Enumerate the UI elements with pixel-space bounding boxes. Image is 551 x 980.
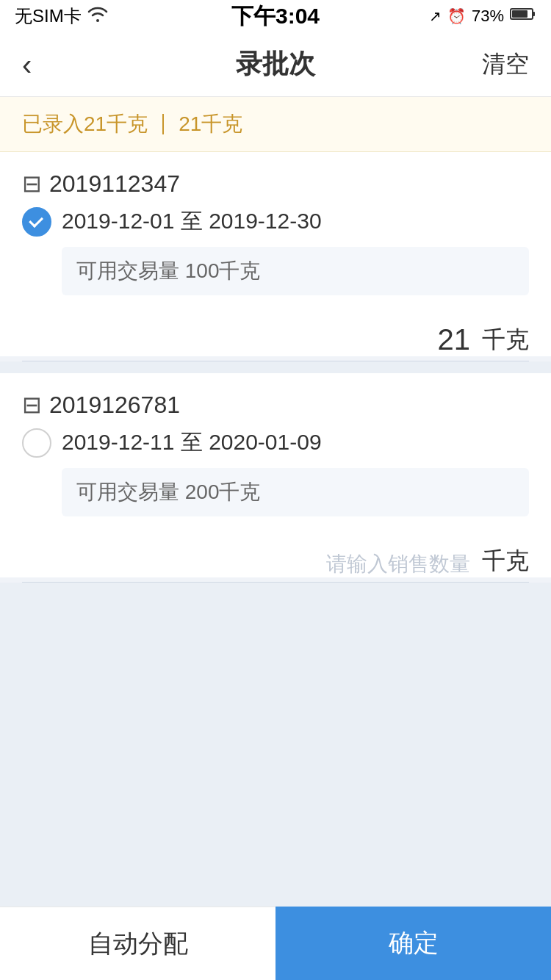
batch-header-2: ⊟ 2019126781 bbox=[22, 391, 529, 419]
unit-label-2: 千克 bbox=[482, 545, 529, 577]
quantity-input-1[interactable] bbox=[98, 323, 470, 356]
batch-item-1[interactable]: ⊟ 2019112347 2019-12-01 至 2019-12-30 可用交… bbox=[0, 152, 551, 310]
status-right: ↗ ⏰ 73% bbox=[429, 7, 536, 26]
doc-icon-2: ⊟ bbox=[22, 391, 42, 419]
radio-2[interactable] bbox=[22, 428, 51, 458]
back-button[interactable]: ‹ bbox=[22, 50, 32, 79]
page-title: 录批次 bbox=[236, 46, 315, 82]
svg-rect-1 bbox=[533, 12, 535, 16]
empty-area bbox=[0, 583, 551, 907]
alarm-icon: ⏰ bbox=[447, 7, 466, 25]
content-area: 已录入21千克 21千克 ⊟ 2019112347 2019-12-01 至 2… bbox=[0, 97, 551, 907]
batch-id-1: 2019112347 bbox=[49, 170, 180, 198]
batch-item-2[interactable]: ⊟ 2019126781 2019-12-11 至 2020-01-09 可用交… bbox=[0, 373, 551, 531]
unit-label-1: 千克 bbox=[482, 324, 529, 356]
batch-date-1: 2019-12-01 至 2019-12-30 bbox=[62, 206, 322, 237]
battery-icon bbox=[510, 7, 536, 26]
quantity-row-2: 千克 bbox=[0, 531, 551, 577]
location-icon: ↗ bbox=[429, 7, 442, 25]
battery-label: 73% bbox=[472, 7, 504, 26]
auto-distribute-button[interactable]: 自动分配 bbox=[0, 907, 276, 980]
batch-id-2: 2019126781 bbox=[49, 392, 180, 419]
info-banner: 已录入21千克 21千克 bbox=[0, 97, 551, 152]
info-divider bbox=[162, 114, 164, 134]
svg-rect-2 bbox=[512, 10, 527, 18]
doc-icon-1: ⊟ bbox=[22, 170, 42, 198]
avail-box-1: 可用交易量 100千克 bbox=[62, 247, 529, 295]
status-time: 下午3:04 bbox=[231, 1, 320, 32]
bottom-bar: 自动分配 确定 bbox=[0, 907, 551, 980]
batch-date-row-1: 2019-12-01 至 2019-12-30 bbox=[22, 206, 529, 237]
batch-header-1: ⊟ 2019112347 bbox=[22, 170, 529, 198]
radio-1[interactable] bbox=[22, 207, 51, 237]
confirm-button[interactable]: 确定 bbox=[276, 907, 551, 980]
recorded-label: 已录入21千克 bbox=[22, 110, 148, 138]
status-bar: 无SIM卡 下午3:04 ↗ ⏰ 73% bbox=[0, 0, 551, 32]
wifi-icon bbox=[87, 6, 108, 26]
batch-date-2: 2019-12-11 至 2020-01-09 bbox=[62, 428, 322, 458]
quantity-row-1: 千克 bbox=[0, 310, 551, 356]
nav-bar: ‹ 录批次 清空 bbox=[0, 32, 551, 97]
status-left: 无SIM卡 bbox=[15, 4, 108, 28]
quantity-input-2[interactable] bbox=[98, 544, 470, 577]
avail-box-2: 可用交易量 200千克 bbox=[62, 468, 529, 516]
recorded-value: 21千克 bbox=[179, 110, 242, 138]
clear-button[interactable]: 清空 bbox=[482, 48, 529, 81]
batch-date-row-2: 2019-12-11 至 2020-01-09 bbox=[22, 428, 529, 458]
carrier-label: 无SIM卡 bbox=[15, 4, 82, 28]
separator-1 bbox=[0, 361, 551, 373]
